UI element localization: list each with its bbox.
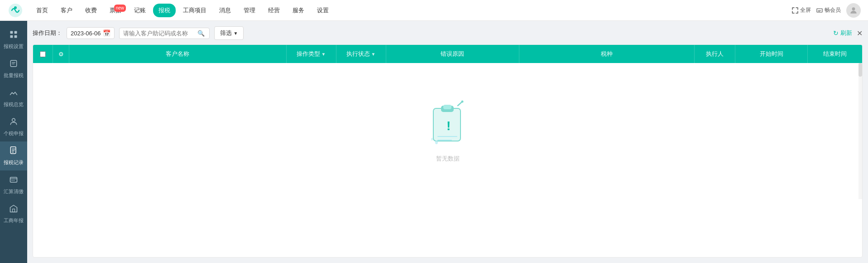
- th-client: 客户名称: [69, 45, 287, 63]
- user-avatar[interactable]: [846, 3, 861, 18]
- th-client-label: 客户名称: [166, 50, 189, 58]
- nav-item-operation[interactable]: 经营: [263, 4, 285, 17]
- nav-item-fee[interactable]: 收费: [80, 4, 102, 17]
- date-input[interactable]: 2023-06-06 📅: [67, 27, 115, 39]
- settlement-label: 汇算清缴: [4, 188, 24, 195]
- th-endtime-label: 结束时间: [823, 50, 847, 58]
- th-endtime: 结束时间: [808, 45, 862, 63]
- nav-item-home[interactable]: 首页: [31, 4, 53, 17]
- content-area: 操作日期： 2023-06-06 📅 🔍 筛选 ▼ ↻ 刷新 ✕: [27, 21, 868, 263]
- th-starttime: 开始时间: [735, 45, 808, 63]
- svg-rect-15: [443, 105, 451, 109]
- main-layout: 报税设置 批量报税 报税总览: [0, 21, 868, 263]
- sidebar-item-settlement[interactable]: 汇算清缴: [0, 170, 27, 200]
- member-icon: [816, 7, 823, 14]
- svg-rect-11: [10, 177, 17, 182]
- scrollbar-track[interactable]: [858, 63, 862, 199]
- sidebar-item-tax-overview[interactable]: 报税总览: [0, 83, 27, 112]
- filter-button[interactable]: 筛选 ▼: [214, 26, 244, 40]
- table-header: ⚙ 客户名称 操作类型 ▼ 执行状态 ▼ 错误原因 税种: [33, 45, 862, 63]
- app-logo[interactable]: [7, 2, 24, 19]
- refresh-button[interactable]: ↻ 刷新: [833, 29, 852, 37]
- nav-item-business[interactable]: 工商项目: [177, 4, 212, 17]
- tax-overview-label: 报税总览: [4, 101, 24, 108]
- nav-item-service[interactable]: 服务: [287, 4, 310, 17]
- date-label: 操作日期：: [33, 29, 62, 37]
- nav-item-manage[interactable]: 管理: [238, 4, 261, 17]
- sidebar-item-batch-tax[interactable]: 批量报税: [0, 54, 27, 83]
- tax-settings-icon: [9, 30, 18, 41]
- svg-point-3: [852, 7, 855, 10]
- column-settings-icon: ⚙: [58, 51, 64, 58]
- toolbar: 操作日期： 2023-06-06 📅 🔍 筛选 ▼ ↻ 刷新 ✕: [33, 26, 863, 40]
- nav-item-accounting[interactable]: 记账: [129, 4, 151, 17]
- nav-item-customer[interactable]: 客户: [55, 4, 78, 17]
- sidebar-item-annual-report[interactable]: 工商年报: [0, 200, 27, 229]
- sidebar-item-personal-tax[interactable]: 个税申报: [0, 112, 27, 141]
- personal-tax-label: 个税申报: [4, 130, 24, 137]
- sort-icon-optype[interactable]: ▼: [321, 52, 326, 57]
- search-input-wrap[interactable]: 🔍: [119, 28, 210, 39]
- sidebar-item-tax-record[interactable]: 报税记录: [0, 141, 27, 170]
- personal-tax-icon: [9, 117, 18, 128]
- th-starttime-label: 开始时间: [760, 50, 783, 58]
- sidebar: 报税设置 批量报税 报税总览: [0, 21, 27, 263]
- th-taxtype: 税种: [519, 45, 695, 63]
- close-button[interactable]: ✕: [857, 29, 863, 38]
- nav-item-invoice[interactable]: 票据 new: [104, 4, 127, 17]
- nav-item-settings[interactable]: 设置: [312, 4, 334, 17]
- table-body: ! 暂无数据: [33, 63, 862, 199]
- th-error-label: 错误原因: [441, 50, 464, 58]
- nav-item-tax[interactable]: 报税: [153, 4, 176, 17]
- search-icon[interactable]: 🔍: [197, 30, 205, 37]
- sort-icon-status[interactable]: ▼: [371, 52, 376, 57]
- svg-rect-12: [13, 209, 15, 212]
- top-navbar: 首页 客户 收费 票据 new 记账 报税 工商项目 消息 管理 经营 服务 设…: [0, 0, 868, 21]
- sidebar-item-tax-settings[interactable]: 报税设置: [0, 25, 27, 54]
- svg-point-1: [14, 6, 17, 9]
- new-badge: new: [114, 5, 126, 12]
- fullscreen-btn[interactable]: 全屏: [792, 6, 811, 14]
- search-input[interactable]: [123, 30, 196, 37]
- empty-state: ! 暂无数据: [33, 63, 862, 199]
- th-optype: 操作类型 ▼: [287, 45, 336, 63]
- annual-report-label: 工商年报: [4, 217, 24, 224]
- select-all-checkbox[interactable]: [40, 51, 46, 57]
- nav-item-message[interactable]: 消息: [214, 4, 236, 17]
- tax-record-label: 报税记录: [4, 159, 24, 166]
- member-btn[interactable]: 畅会员: [816, 6, 841, 14]
- svg-point-9: [12, 118, 15, 122]
- th-checkbox[interactable]: [33, 45, 53, 63]
- settlement-icon: [9, 175, 18, 186]
- th-gear[interactable]: ⚙: [53, 45, 69, 63]
- svg-point-19: [435, 141, 438, 144]
- chevron-down-icon: ▼: [234, 31, 238, 36]
- th-taxtype-label: 税种: [601, 50, 613, 58]
- refresh-label: 刷新: [840, 29, 852, 37]
- nav-items: 首页 客户 收费 票据 new 记账 报税 工商项目 消息 管理 经营 服务 设…: [31, 4, 792, 17]
- th-status-label: 执行状态: [346, 50, 370, 58]
- empty-text: 暂无数据: [436, 155, 460, 163]
- tax-record-icon: [9, 146, 18, 157]
- member-label: 畅会员: [825, 6, 841, 14]
- svg-rect-8: [10, 60, 16, 66]
- filter-label: 筛选: [220, 29, 232, 37]
- svg-rect-7: [14, 35, 17, 38]
- svg-rect-4: [10, 31, 13, 34]
- annual-report-icon: [9, 204, 18, 215]
- th-optype-label: 操作类型: [297, 50, 320, 58]
- calendar-icon: 📅: [103, 29, 110, 37]
- svg-point-18: [461, 101, 463, 103]
- empty-illustration: !: [425, 99, 470, 149]
- top-nav-right: 全屏 畅会员: [792, 3, 861, 18]
- th-executor-label: 执行人: [706, 50, 724, 58]
- table-container: ⚙ 客户名称 操作类型 ▼ 执行状态 ▼ 错误原因 税种: [33, 44, 863, 258]
- date-value: 2023-06-06: [71, 30, 101, 37]
- scrollbar-thumb[interactable]: [858, 63, 862, 77]
- fullscreen-label: 全屏: [800, 6, 811, 14]
- tax-settings-label: 报税设置: [4, 43, 24, 50]
- svg-rect-5: [14, 31, 17, 34]
- th-executor: 执行人: [695, 45, 735, 63]
- tax-overview-icon: [9, 88, 18, 99]
- svg-rect-6: [10, 35, 13, 38]
